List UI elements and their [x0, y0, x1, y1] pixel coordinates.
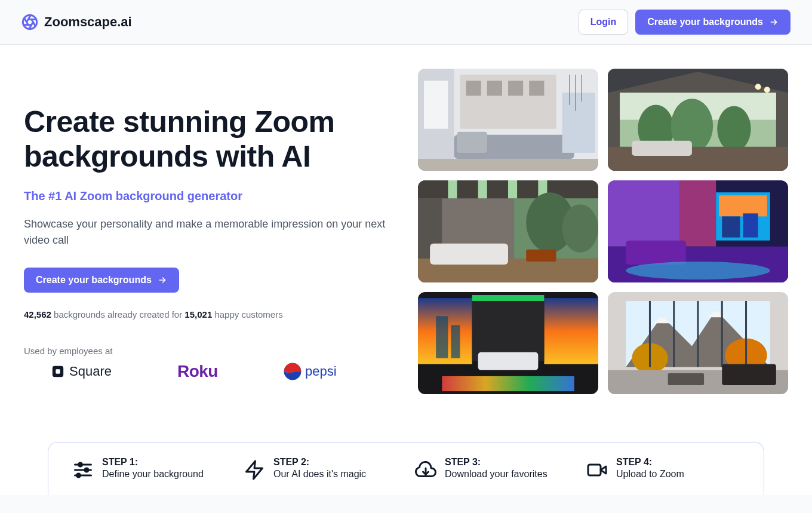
svg-rect-10	[508, 81, 523, 96]
svg-rect-61	[442, 376, 574, 391]
stats-bg-count: 42,562	[24, 309, 51, 320]
step-title: STEP 1:	[102, 457, 204, 468]
hero-subtitle: The #1 AI Zoom background generator	[24, 189, 394, 203]
sample-bg-neon-bedroom	[608, 180, 788, 282]
svg-rect-2	[56, 369, 60, 373]
step-desc: Our AI does it's magic	[273, 469, 366, 480]
svg-rect-11	[529, 81, 544, 96]
stats-customer-count: 15,021	[184, 309, 212, 320]
step-3: STEP 3: Download your favorites	[415, 457, 568, 481]
brand-name: Zoomscape.ai	[44, 14, 132, 30]
svg-point-25	[717, 106, 751, 152]
pepsi-logo: pepsi	[284, 363, 337, 380]
svg-point-28	[755, 84, 761, 90]
svg-rect-51	[626, 241, 686, 265]
square-logo: Square	[51, 364, 112, 379]
svg-rect-27	[632, 141, 692, 156]
sample-bg-rgb-penthouse	[418, 292, 598, 394]
hero-copy: Create stunning Zoom backgrounds with AI…	[24, 69, 394, 394]
header: Zoomscape.ai Login Create your backgroun…	[0, 0, 812, 45]
svg-marker-83	[247, 461, 263, 479]
step-title: STEP 3:	[445, 457, 548, 468]
steps-section: STEP 1: Define your background STEP 2: O…	[48, 442, 764, 495]
hero-title: Create stunning Zoom backgrounds with AI	[24, 105, 394, 174]
used-by-section: Used by employees at Square Roku pepsi	[24, 346, 394, 381]
svg-rect-44	[608, 180, 680, 247]
svg-rect-13	[457, 132, 487, 153]
svg-rect-57	[451, 325, 460, 358]
svg-rect-33	[478, 180, 487, 198]
lightning-icon	[244, 459, 265, 481]
cloud-download-icon	[415, 459, 436, 481]
svg-point-52	[626, 262, 770, 279]
svg-rect-47	[719, 195, 767, 216]
sliders-icon	[72, 459, 94, 481]
step-title: STEP 2:	[273, 457, 366, 468]
svg-rect-9	[487, 81, 502, 96]
stats-text: 42,562 backgrounds already created for 1…	[24, 309, 394, 320]
brand-logo[interactable]: Zoomscape.ai	[21, 14, 132, 30]
roku-logo: Roku	[177, 362, 218, 381]
svg-rect-56	[436, 317, 448, 358]
svg-point-29	[764, 87, 770, 93]
login-button[interactable]: Login	[579, 10, 629, 35]
svg-rect-6	[424, 81, 448, 129]
hero-description: Showcase your personality and make a mem…	[24, 216, 394, 248]
cta-label: Create your backgrounds	[647, 17, 763, 27]
svg-rect-45	[680, 180, 716, 247]
square-icon	[51, 365, 64, 378]
pepsi-icon	[284, 363, 302, 380]
company-logos: Square Roku pepsi	[24, 361, 394, 381]
svg-rect-32	[448, 180, 457, 198]
svg-rect-49	[743, 213, 758, 237]
svg-rect-34	[508, 180, 517, 198]
svg-point-80	[85, 468, 88, 472]
svg-rect-75	[722, 364, 776, 385]
sample-bg-mountain-view	[608, 292, 788, 394]
create-backgrounds-button-hero[interactable]: Create your backgrounds	[24, 268, 179, 293]
arrow-right-icon	[769, 17, 779, 27]
svg-rect-85	[588, 465, 601, 475]
svg-rect-60	[478, 352, 539, 370]
svg-point-82	[77, 474, 81, 477]
main-content: Create stunning Zoom backgrounds with AI…	[0, 45, 812, 495]
aperture-icon	[21, 14, 38, 30]
step-1: STEP 1: Define your background	[72, 457, 226, 481]
svg-rect-55	[544, 298, 598, 364]
step-desc: Download your favorites	[445, 469, 548, 480]
cta-label: Create your backgrounds	[36, 275, 152, 285]
svg-point-78	[79, 463, 82, 466]
step-title: STEP 4:	[616, 457, 684, 468]
step-4: STEP 4: Upload to Zoom	[586, 457, 740, 481]
step-desc: Upload to Zoom	[616, 469, 684, 480]
create-backgrounds-button-header[interactable]: Create your backgrounds	[635, 10, 791, 35]
sample-bg-forest-cabin	[608, 69, 788, 171]
svg-rect-14	[562, 93, 595, 153]
hero-section: Create stunning Zoom backgrounds with AI…	[24, 69, 788, 394]
svg-point-38	[562, 204, 598, 253]
step-desc: Define your background	[102, 469, 204, 480]
svg-rect-8	[466, 81, 481, 96]
svg-rect-48	[722, 217, 740, 238]
arrow-right-icon	[158, 275, 167, 285]
sample-bg-tropical-loft	[418, 180, 598, 282]
header-actions: Login Create your backgrounds	[579, 10, 791, 35]
sample-backgrounds-grid	[418, 69, 788, 394]
sample-bg-modern-living	[418, 69, 598, 171]
svg-rect-76	[668, 373, 704, 385]
svg-rect-58	[472, 295, 545, 301]
step-2: STEP 2: Our AI does it's magic	[244, 457, 397, 481]
svg-rect-41	[430, 244, 508, 265]
used-by-label: Used by employees at	[24, 346, 394, 356]
svg-rect-42	[526, 250, 556, 262]
svg-rect-18	[418, 159, 598, 171]
video-icon	[586, 459, 608, 481]
